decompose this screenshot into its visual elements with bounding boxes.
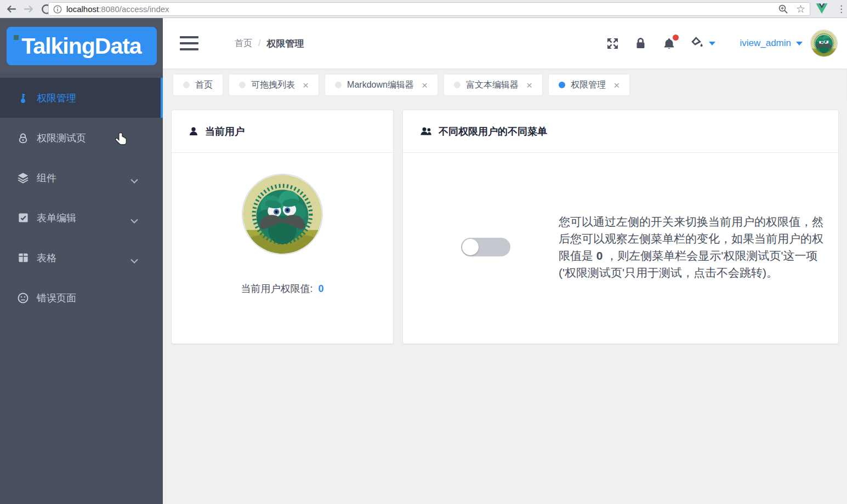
checkbox-icon: [16, 212, 30, 224]
browser-back-icon[interactable]: [4, 3, 18, 16]
tab-home[interactable]: 首页: [173, 74, 223, 96]
breadcrumb: 首页 / 权限管理: [235, 37, 304, 50]
desc-bold-value: 0: [596, 249, 603, 262]
tab-access-admin[interactable]: 权限管理 ×: [548, 74, 630, 96]
card-title: 当前用户: [205, 125, 245, 138]
tab-dot-icon: [183, 82, 190, 88]
sidebar-item-tables[interactable]: 表格: [0, 238, 163, 278]
tab-label: 首页: [195, 79, 213, 91]
hamburger-menu-icon[interactable]: [180, 36, 198, 50]
tab-richtext-editor[interactable]: 富文本编辑器 ×: [444, 74, 543, 96]
permission-toggle[interactable]: [461, 238, 510, 256]
key-icon: [16, 92, 30, 104]
lock-icon: [16, 132, 30, 144]
sidebar-item-label: 权限测试页: [37, 131, 86, 145]
sidebar-menu: 权限管理 权限测试页: [0, 74, 163, 318]
logo-text: TalkingData: [21, 33, 141, 59]
page-tabs: 首页 可拖拽列表 × Markdown编辑器 × 富文本编辑器 × 权限管理 ×: [163, 68, 847, 101]
chevron-down-icon: [130, 175, 139, 187]
sidebar-item-form-edit[interactable]: 表单编辑: [0, 198, 163, 238]
layers-icon: [16, 171, 30, 184]
browser-toolbar: localhost:8080/access/index ☆ ⋮: [0, 0, 847, 18]
fullscreen-icon[interactable]: [606, 37, 619, 50]
close-icon[interactable]: ×: [613, 80, 619, 90]
sidebar-item-label: 权限管理: [37, 91, 76, 105]
user-dropdown[interactable]: iview_admin: [740, 38, 803, 49]
talkingdata-logo[interactable]: TalkingData: [7, 27, 157, 65]
permission-value: 0: [319, 283, 324, 294]
navbar-left: 首页 / 权限管理: [180, 36, 304, 50]
page-zoom-icon[interactable]: [778, 4, 788, 14]
breadcrumb-separator: /: [258, 38, 260, 48]
page-info-icon[interactable]: [53, 5, 62, 14]
close-icon[interactable]: ×: [526, 80, 532, 90]
table-icon: [16, 252, 30, 264]
notification-badge: [673, 35, 679, 41]
main-column: 首页 / 权限管理: [163, 18, 847, 504]
sidebar-item-label: 组件: [37, 171, 56, 185]
people-icon: [419, 126, 433, 137]
paint-bucket-icon: [690, 36, 704, 51]
browser-forward-icon[interactable]: [22, 3, 35, 16]
tab-label: 权限管理: [571, 79, 606, 91]
toggle-knob: [462, 239, 479, 255]
menu-access-card: 不同权限用户的不同菜单 您可以通过左侧的开关来切换当前用户的权限值，然后您可以观…: [402, 110, 839, 344]
caret-down-icon: [796, 42, 803, 45]
sidebar-item-label: 表格: [37, 251, 56, 265]
tab-label: 可拖拽列表: [251, 79, 295, 91]
username: iview_admin: [740, 38, 791, 49]
vue-devtools-icon[interactable]: [815, 3, 828, 17]
bookmark-star-icon[interactable]: ☆: [796, 4, 805, 14]
sidebar: TalkingData 权限管理: [0, 18, 163, 504]
tab-dot-icon: [454, 82, 461, 88]
page-content: 当前用户 当前用户权限值:0: [163, 101, 847, 504]
lock-screen-icon[interactable]: [634, 37, 647, 50]
card-title: 不同权限用户的不同菜单: [439, 125, 547, 138]
permission-description: 您可以通过左侧的开关来切换当前用户的权限值，然后您可以观察左侧菜单栏的变化，如果…: [559, 213, 831, 281]
tab-label: Markdown编辑器: [347, 79, 414, 91]
card-body: 您可以通过左侧的开关来切换当前用户的权限值，然后您可以观察左侧菜单栏的变化，如果…: [403, 153, 838, 344]
sidebar-item-label: 错误页面: [37, 291, 76, 305]
user-avatar-large: [242, 174, 323, 255]
theme-switch[interactable]: [690, 36, 715, 51]
close-icon[interactable]: ×: [422, 80, 428, 90]
sidebar-item-components[interactable]: 组件: [0, 158, 163, 198]
url-bar[interactable]: localhost:8080/access/index ☆: [48, 2, 810, 16]
close-icon[interactable]: ×: [303, 80, 309, 90]
breadcrumb-home[interactable]: 首页: [235, 38, 252, 49]
sidebar-item-error-pages[interactable]: 错误页面: [0, 278, 163, 318]
chevron-down-icon: [130, 215, 139, 227]
permission-line: 当前用户权限值:0: [172, 282, 393, 295]
sidebar-item-label: 表单编辑: [37, 211, 76, 225]
current-user-card: 当前用户 当前用户权限值:0: [171, 110, 394, 344]
tab-dot-icon: [559, 82, 565, 88]
notification-bell-icon[interactable]: [662, 37, 676, 50]
tab-draggable-list[interactable]: 可拖拽列表 ×: [229, 74, 319, 96]
sidebar-item-access-test[interactable]: 权限测试页: [0, 118, 163, 158]
card-header: 当前用户: [172, 110, 393, 153]
sidebar-item-access-admin[interactable]: 权限管理: [0, 78, 163, 118]
logo-square-mark: [14, 35, 19, 40]
caret-down-icon: [709, 42, 715, 45]
chevron-down-icon: [130, 255, 139, 267]
app-frame: TalkingData 权限管理: [0, 18, 847, 504]
permission-label: 当前用户权限值:: [241, 283, 312, 294]
url-path: :8080/access/index: [99, 4, 169, 14]
avatar[interactable]: [810, 30, 838, 57]
sad-face-icon: [16, 292, 30, 304]
browser-menu-icon[interactable]: ⋮: [837, 3, 846, 15]
sidebar-logo-strip: TalkingData: [0, 18, 163, 74]
card-body: 当前用户权限值:0: [172, 153, 393, 295]
tab-dot-icon: [239, 82, 246, 88]
tab-markdown-editor[interactable]: Markdown编辑器 ×: [325, 74, 438, 96]
url-host: localhost: [66, 4, 99, 14]
tab-label: 富文本编辑器: [466, 79, 519, 91]
tab-dot-icon: [335, 82, 342, 88]
browser-nav-buttons: [4, 0, 53, 18]
breadcrumb-current: 权限管理: [266, 37, 304, 50]
person-icon: [188, 126, 199, 137]
top-navbar: 首页 / 权限管理: [163, 18, 847, 68]
navbar-right: iview_admin: [591, 30, 838, 57]
card-header: 不同权限用户的不同菜单: [403, 110, 838, 153]
